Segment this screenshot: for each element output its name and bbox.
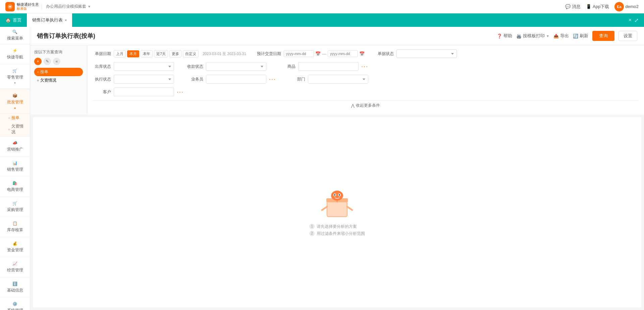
sidebar-item-system[interactable]: ⚙️ 系统管理 [0,298,30,310]
department-select[interactable] [308,75,368,84]
query-button[interactable]: 查询 [592,31,614,41]
salesperson-input[interactable] [206,75,266,84]
tip-text-2: 用过滤条件来缩小分析范围 [317,231,365,237]
filter-panel: 按以下方案查询 + ✎ « ○ 按单 ○ 欠资情况 [30,45,644,114]
page-actions: ❓ 帮助 🖨️ 按模板打印 ▼ 📤 导出 🔄 刷新 [497,31,637,41]
product-input[interactable] [298,62,359,71]
export-button[interactable]: 📤 导出 [553,33,569,39]
edit-scheme-button[interactable]: ✎ [44,58,51,65]
print-dropdown[interactable]: 按模板打印 ▼ [523,33,549,39]
tab-close-icon[interactable]: × [65,18,67,22]
inventory-icon: 📋 [12,221,17,226]
top-header: 畅捷通好生意 标准版 办公用品行业模拟账套 ▼ 💬 消息 📱 App下载 Ea … [0,0,644,13]
product-label: 商品 [277,64,296,69]
logo-line1: 畅捷通好生意 [17,2,39,7]
basic-label: 基础信息 [7,288,23,293]
tip-text-1: 请先选择要分析的方案 [317,224,357,229]
calendar-icon-to[interactable]: 📅 [359,51,365,56]
tab-window-actions: × ⤢ [629,17,644,23]
salesperson-more-button[interactable]: ··· [269,76,276,82]
settings-button[interactable]: 设置 [619,31,637,41]
collapse-scheme-button[interactable]: « [53,58,60,65]
basic-icon: ℹ️ [12,281,17,286]
sidebar-item-inventory[interactable]: 📋 库存核算 [0,217,30,237]
product-more-button[interactable]: ··· [361,63,368,69]
sales-label: 销售管理 [7,167,23,172]
refresh-button[interactable]: 🔄 刷新 [573,33,588,39]
quick-nav-icon: ⚡ [12,48,17,53]
collapse-more-button[interactable]: ⋀ 收起更多条件 [351,103,380,108]
customer-input[interactable] [114,88,174,96]
delivery-date-to[interactable] [328,50,358,57]
date-range-display: 2023-03-01 至 2023-03-31 [203,51,246,56]
more-button[interactable]: 更多 [169,50,181,57]
sidebar-item-marketing[interactable]: 📣 营销推广 [0,137,30,157]
sidebar-item-wholesale[interactable]: 📦 批发管理 ▲ [0,89,30,114]
doc-status-select[interactable] [396,49,457,58]
marketing-icon: 📣 [12,141,17,145]
custom-button[interactable]: 自定义 [183,50,199,57]
add-scheme-button[interactable]: + [34,58,42,65]
message-label: 消息 [572,4,581,10]
chevron-up-icon: ⋀ [351,103,355,108]
sidebar-group-retail: 🛒 零售管理 ▼ [0,64,30,89]
sidebar-sub-欠资情况[interactable]: ○ 欠资情况 [0,122,30,136]
avatar-initials: Ea [617,5,622,9]
calendar-icon-from[interactable]: 📅 [315,51,321,56]
empty-tip-2: 2 用过滤条件来缩小分析范围 [309,231,365,237]
empty-svg [320,188,354,218]
this-month-button[interactable]: 本月 [127,50,139,57]
filter-row-2: 出库状态 收款状态 商品 ··· [93,62,639,71]
exec-status-field: 执行状态 [93,75,174,84]
out-stock-select[interactable] [114,62,174,71]
app-download-action[interactable]: 📱 App下载 [586,4,609,10]
last-month-button[interactable]: 上月 [114,50,126,57]
sidebar-item-ecommerce[interactable]: 🛍️ 电商管理 [0,177,30,197]
user-profile[interactable]: Ea demo2 [614,2,639,11]
help-button[interactable]: ❓ 帮助 [497,33,512,39]
last7days-button[interactable]: 近7天 [154,50,168,57]
window-close-button[interactable]: × [629,17,632,23]
app-selector[interactable]: 办公用品行业模拟账套 ▼ [42,4,91,9]
sidebar-item-finance[interactable]: 💰 资金管理 [0,237,30,257]
finance-label: 资金管理 [7,247,23,253]
message-action[interactable]: 💬 消息 [565,4,581,10]
sidebar-item-sales[interactable]: 📊 销售管理 [0,157,30,177]
sidebar-item-operations[interactable]: 📈 经营管理 [0,257,30,277]
sidebar-search[interactable]: 🔍 搜索菜单 [0,27,30,44]
this-year-button[interactable]: 本年 [141,50,153,57]
sidebar-item-basic[interactable]: ℹ️ 基础信息 [0,277,30,298]
scheme-item-欠资情况[interactable]: ○ 欠资情况 [34,76,83,85]
collapse-row: ⋀ 收起更多条件 [93,100,639,110]
exec-status-select[interactable] [114,75,174,84]
sidebar-item-retail[interactable]: 🛒 零售管理 ▼ [0,64,30,89]
logo-line2: 标准版 [17,7,39,11]
window-maximize-button[interactable]: ⤢ [634,17,639,23]
circle-icon-欠资: ○ [8,127,10,131]
logo-text: 畅捷通好生意 标准版 [17,2,39,11]
payment-status-select[interactable] [206,62,266,71]
ecommerce-icon: 🛍️ [12,181,17,186]
customer-field: 客户 ··· [93,88,184,96]
tab-home[interactable]: 🏠 首页 [0,13,27,27]
header-left: 畅捷通好生意 标准版 办公用品行业模拟账套 ▼ [5,2,91,11]
purchase-label: 采购管理 [7,207,23,213]
customer-more-button[interactable]: ··· [177,89,184,95]
svg-rect-1 [327,202,347,217]
print-button[interactable]: 🖨️ 按模板打印 ▼ [516,33,549,39]
page-header: 销售订单执行表(按单) ❓ 帮助 🖨️ 按模板打印 ▼ 📤 导出 [30,27,644,45]
tab-sales-order-exec[interactable]: 销售订单执行表 × [27,13,72,27]
mobile-icon: 📱 [586,4,591,9]
filter-right-panel: 单据日期 上月 本月 本年 近7天 更多 自定义 2023-03-01 至 20… [87,45,644,114]
scheme-item-按单[interactable]: ○ 按单 [34,68,83,76]
sidebar-quick-nav[interactable]: ⚡ 快捷导航 [0,44,30,64]
sidebar-item-purchase[interactable]: 🛒 采购管理 [0,197,30,217]
sidebar-sub-按单[interactable]: ○ 按单 [0,114,30,122]
refresh-label: 刷新 [580,33,588,39]
scheme-按单-label: 按单 [40,69,48,75]
svg-point-8 [339,194,340,196]
avatar: Ea [614,2,624,11]
retail-icon: 🛒 [12,68,17,73]
delivery-date-from[interactable] [284,50,314,57]
svg-point-7 [334,194,335,196]
